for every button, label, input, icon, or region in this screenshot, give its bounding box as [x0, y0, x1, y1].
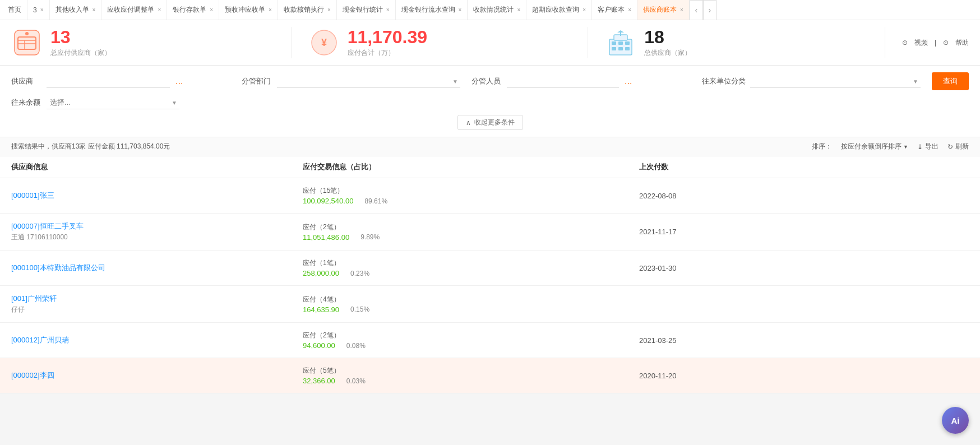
- last-pay-cell-1: 2022-08-08: [639, 192, 969, 200]
- search-button[interactable]: 查询: [932, 72, 969, 90]
- nav-arrow-left[interactable]: ‹: [690, 0, 703, 20]
- top-nav: 首页 3 × 其他收入单 × 应收应付调整单 × 银行存款单 × 预收冲应收单 …: [0, 0, 980, 20]
- payable-label-6: 应付（5笔）: [303, 366, 639, 376]
- nav-tab-bank-deposit[interactable]: 银行存款单 ×: [167, 0, 219, 20]
- nav-tab-cash-bank-flow[interactable]: 现金银行流水查询 ×: [396, 0, 468, 20]
- nav-tab-overdue-ar[interactable]: 超期应收款查询 ×: [526, 0, 592, 20]
- separator: |: [935, 39, 936, 47]
- payable-amount-6[interactable]: 32,366.00: [303, 377, 335, 385]
- export-button[interactable]: ⤓ 导出: [917, 142, 939, 151]
- payable-cell-4: 应付（4笔） 164,635.90 0.15%: [303, 295, 639, 314]
- close-icon[interactable]: ×: [269, 7, 272, 13]
- nav-tab-cash-bank-stat[interactable]: 现金银行统计 ×: [337, 0, 396, 20]
- help-icon: ⊙: [943, 39, 949, 47]
- last-pay-cell-6: 2020-11-20: [639, 372, 969, 380]
- close-icon[interactable]: ×: [93, 7, 96, 13]
- table-row: [000007]恒旺二手叉车 王通 17106110000 应付（2笔） 11,…: [0, 214, 980, 251]
- manager-filter-input[interactable]: [507, 75, 619, 88]
- balance-filter-input[interactable]: [47, 96, 179, 109]
- video-link[interactable]: 视频: [914, 38, 928, 48]
- refresh-button[interactable]: ↻ 刷新: [947, 142, 969, 151]
- close-icon[interactable]: ×: [517, 7, 520, 13]
- payable-amount-1[interactable]: 100,092,540.00: [303, 197, 353, 205]
- payable-suppliers-label: 总应付供应商（家）: [50, 48, 274, 58]
- supplier-link-4[interactable]: [001]广州荣轩: [11, 294, 303, 304]
- svg-text:¥: ¥: [321, 37, 327, 48]
- supplier-filter-dots[interactable]: ...: [175, 76, 183, 86]
- help-link[interactable]: 帮助: [955, 38, 969, 48]
- manager-filter-dots[interactable]: ...: [625, 76, 632, 86]
- nav-tab-ar-ap-adjust[interactable]: 应收应付调整单 ×: [101, 0, 167, 20]
- chevron-up-icon: ∧: [466, 119, 471, 127]
- table-row: [001]广州荣轩 仔仔 应付（4笔） 164,635.90 0.15%: [0, 286, 980, 323]
- supplier-code-4: [001]: [11, 294, 27, 303]
- supplier-link-2[interactable]: [000007]恒旺二手叉车: [11, 221, 303, 231]
- payable-cell-3: 应付（1笔） 258,000.00 0.23%: [303, 258, 639, 277]
- payable-amount-2[interactable]: 11,051,486.00: [303, 233, 349, 242]
- payable-pct-3: 0.23%: [350, 270, 369, 277]
- close-icon[interactable]: ×: [210, 7, 213, 13]
- supplier-link-6[interactable]: [000002]李四: [11, 370, 303, 381]
- close-icon[interactable]: ×: [680, 7, 683, 13]
- category-filter-label: 往来单位分类: [702, 76, 746, 86]
- video-icon: ⊙: [902, 39, 908, 47]
- svg-rect-14: [625, 47, 630, 50]
- nav-tab-home[interactable]: 首页: [2, 0, 27, 20]
- payable-total-icon: ¥: [308, 27, 340, 58]
- payable-supplier-icon: [11, 27, 43, 58]
- supplier-link-1[interactable]: [000001]张三: [11, 191, 303, 201]
- nav-arrow-right[interactable]: ›: [703, 0, 716, 20]
- nav-tab-prepay-ar[interactable]: 预收冲应收单 ×: [219, 0, 278, 20]
- close-icon[interactable]: ×: [583, 7, 586, 13]
- supplier-link-5[interactable]: [000012]广州贝瑞: [11, 335, 303, 345]
- sort-value[interactable]: 按应付余额倒序排序 ▼: [841, 142, 908, 151]
- payable-amount-3[interactable]: 258,000.00: [303, 269, 339, 277]
- payable-cell-2: 应付（2笔） 11,051,486.00 9.89%: [303, 222, 639, 242]
- last-pay-date-5: 2021-03-25: [639, 336, 677, 345]
- nav-tab-receipt-stat[interactable]: 收款情况统计 ×: [468, 0, 526, 20]
- filter-row-1: 供应商 ... 分管部门 ▼ 分管人员 ... 往来单位分类 ▼ 查询: [11, 72, 969, 90]
- export-icon: ⤓: [917, 143, 923, 151]
- supplier-link-3[interactable]: [000100]本特勤油品有限公司: [11, 263, 303, 273]
- close-icon[interactable]: ×: [459, 7, 462, 13]
- nav-tab-receipt-verify-label: 收款核销执行: [284, 5, 324, 15]
- close-icon[interactable]: ×: [40, 7, 44, 13]
- filter-balance: 往来余额 ▼: [11, 96, 179, 109]
- supplier-code-1: [000001]: [11, 191, 40, 200]
- total-suppliers-icon: [605, 27, 636, 58]
- nav-tab-3-label: 3: [33, 6, 37, 14]
- close-icon[interactable]: ×: [386, 7, 390, 13]
- svg-rect-12: [612, 47, 616, 50]
- svg-point-5: [25, 32, 29, 35]
- nav-tab-customer-ledger[interactable]: 客户账本 ×: [592, 0, 637, 20]
- supplier-cell-2: [000007]恒旺二手叉车 王通 17106110000: [11, 221, 303, 242]
- supplier-code-3: [000100]: [11, 263, 40, 272]
- nav-tab-receipt-verify[interactable]: 收款核销执行 ×: [278, 0, 337, 20]
- stat-payable-suppliers: 13 总应付供应商（家）: [11, 27, 292, 58]
- payable-label-4: 应付（4笔）: [303, 295, 639, 304]
- supplier-name-2: 恒旺二手叉车: [40, 222, 84, 230]
- table-row: [000012]广州贝瑞 应付（2笔） 94,600.00 0.08% 2021…: [0, 323, 980, 358]
- payable-amount-5[interactable]: 94,600.00: [303, 341, 335, 350]
- nav-tab-cash-bank-stat-label: 现金银行统计: [343, 5, 383, 15]
- payable-amount-4[interactable]: 164,635.90: [303, 305, 339, 314]
- supplier-cell-3: [000100]本特勤油品有限公司: [11, 263, 303, 273]
- collapse-button[interactable]: ∧ 收起更多条件: [457, 115, 523, 130]
- nav-tab-supplier-ledger[interactable]: 供应商账本 ×: [637, 0, 690, 20]
- nav-tab-other-income[interactable]: 其他收入单 ×: [50, 0, 102, 20]
- supplier-filter-input[interactable]: [47, 75, 170, 88]
- stat-payable-suppliers-content: 13 总应付供应商（家）: [50, 27, 274, 58]
- table-row: [000001]张三 应付（15笔） 100,092,540.00 89.61%…: [0, 178, 980, 214]
- collapse-label: 收起更多条件: [474, 118, 515, 127]
- category-filter-input[interactable]: [750, 75, 921, 88]
- department-filter-input[interactable]: [277, 75, 461, 88]
- last-pay-cell-2: 2021-11-17: [639, 228, 969, 236]
- supplier-code-6: [000002]: [11, 371, 40, 379]
- supplier-name-6: 李四: [40, 371, 54, 379]
- result-bar: 搜索结果中，供应商13家 应付金额 111,703,854.00元 排序： 按应…: [0, 137, 980, 156]
- supplier-filter-label: 供应商: [11, 76, 42, 86]
- close-icon[interactable]: ×: [628, 7, 631, 13]
- nav-tab-3[interactable]: 3 ×: [27, 0, 50, 20]
- close-icon[interactable]: ×: [327, 7, 331, 13]
- close-icon[interactable]: ×: [158, 7, 161, 13]
